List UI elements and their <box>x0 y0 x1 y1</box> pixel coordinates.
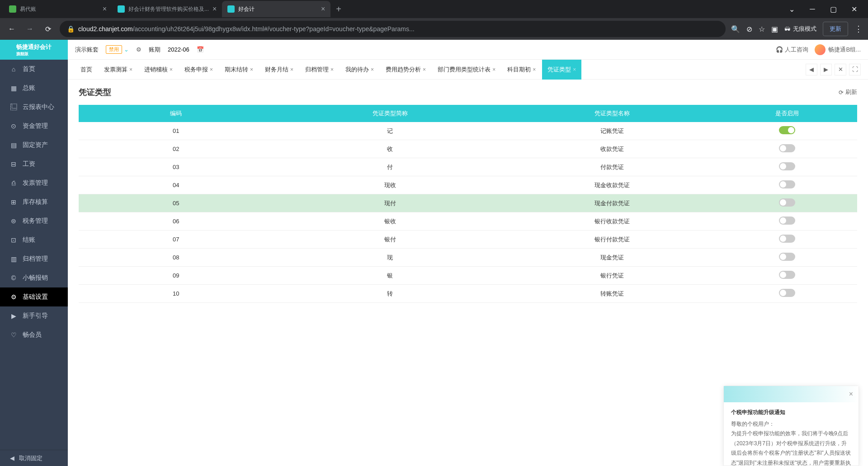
table-row[interactable]: 05现付现金付款凭证 <box>79 194 857 212</box>
content-tab[interactable]: 首页 <box>75 60 98 80</box>
refresh-button[interactable]: ⟳ 刷新 <box>839 88 857 96</box>
extensions-icon[interactable]: ▣ <box>771 25 778 33</box>
close-icon[interactable]: × <box>492 66 495 73</box>
tab-next-button[interactable]: ▶ <box>820 64 832 75</box>
cell-name: 银行凭证 <box>507 267 717 285</box>
close-icon[interactable]: × <box>849 390 853 398</box>
close-icon[interactable]: × <box>573 66 576 73</box>
incognito-badge: 🕶 无痕模式 <box>784 25 816 33</box>
tab-favicon <box>9 5 16 13</box>
close-icon[interactable]: × <box>330 66 334 73</box>
content-tab[interactable]: 税务申报× <box>179 60 218 80</box>
enable-toggle[interactable] <box>779 271 795 279</box>
close-icon[interactable]: × <box>250 66 253 73</box>
reload-button[interactable]: ⟳ <box>42 23 54 35</box>
close-icon[interactable]: × <box>371 66 374 73</box>
close-icon[interactable]: × <box>129 66 132 73</box>
sidebar-item-stock[interactable]: ⊞库存核算 <box>0 193 68 212</box>
enable-toggle[interactable] <box>779 235 795 243</box>
cell-enabled <box>717 212 857 231</box>
notification-text: 为提升个税申报功能的效率，我们将于今晚9点后（2023年3月7日）对个税申报系统… <box>731 429 851 466</box>
table-row[interactable]: 07银付银行付款凭证 <box>79 231 857 249</box>
sidebar-item-report[interactable]: ©小畅报销 <box>0 268 68 287</box>
table-row[interactable]: 03付付款凭证 <box>79 158 857 176</box>
content-tab[interactable]: 发票测算× <box>99 60 138 80</box>
sidebar-item-settings[interactable]: ⚙基础设置 <box>0 287 68 306</box>
sidebar-item-guide[interactable]: ▶新手引导 <box>0 306 68 325</box>
close-icon[interactable]: × <box>170 66 173 73</box>
enable-toggle[interactable] <box>779 253 795 261</box>
table-row[interactable]: 10转转账凭证 <box>79 285 857 303</box>
enable-toggle[interactable] <box>779 126 795 134</box>
address-bar[interactable]: 🔒 cloud2.chanjet.com/accounting/uh26t264… <box>60 21 726 37</box>
close-icon[interactable]: × <box>290 66 293 73</box>
sidebar-item-chart[interactable]: ⿺云报表中心 <box>0 98 68 117</box>
sidebar-item-money[interactable]: ⊙资金管理 <box>0 117 68 136</box>
notification-popup: × 个税申报功能升级通知 尊敬的个税用户： 为提升个税申报功能的效率，我们将于今… <box>723 386 859 466</box>
table-row[interactable]: 02收收款凭证 <box>79 140 857 158</box>
close-icon[interactable]: × <box>423 66 426 73</box>
sidebar-item-asset[interactable]: ▤固定资产 <box>0 136 68 155</box>
content-tab[interactable]: 凭证类型× <box>542 60 581 80</box>
sidebar-footer-unpin[interactable]: ◀ 取消固定 <box>0 450 68 466</box>
tab-close-all-button[interactable]: ✕ <box>835 64 846 75</box>
table-row[interactable]: 01记记账凭证 <box>79 122 857 140</box>
calendar-icon[interactable]: 📅 <box>197 46 204 53</box>
sidebar-item-vip[interactable]: ♡畅会员 <box>0 325 68 344</box>
table-row[interactable]: 04现收现金收款凭证 <box>79 176 857 194</box>
chevron-down-icon[interactable]: ⌄ <box>124 46 129 53</box>
content-tab[interactable]: 部门费用类型统计表× <box>432 60 501 80</box>
zoom-icon[interactable]: 🔍 <box>731 25 740 33</box>
gear-icon[interactable]: ⚙ <box>136 46 142 53</box>
close-icon[interactable]: × <box>103 5 107 13</box>
enable-toggle[interactable] <box>779 289 795 297</box>
user-info[interactable]: 畅捷通B组... <box>815 44 861 55</box>
menu-button[interactable]: ⋮ <box>854 24 863 34</box>
minimize-button[interactable]: ─ <box>802 0 823 18</box>
enable-toggle[interactable] <box>779 162 795 170</box>
content-tab[interactable]: 费用趋势分析× <box>380 60 431 80</box>
content-tab[interactable]: 进销稽核× <box>139 60 178 80</box>
enable-toggle[interactable] <box>779 144 795 152</box>
close-window-button[interactable]: ✕ <box>844 0 864 18</box>
sidebar-item-close-acc[interactable]: ⊡结账 <box>0 231 68 249</box>
forward-button[interactable]: → <box>24 23 36 35</box>
close-icon[interactable]: × <box>210 66 213 73</box>
new-tab-button[interactable]: + <box>330 4 347 14</box>
update-button[interactable]: 更新 <box>823 22 848 36</box>
table-row[interactable]: 08现现金凭证 <box>79 249 857 267</box>
fullscreen-button[interactable]: ⛶ <box>849 64 861 75</box>
maximize-button[interactable]: ▢ <box>823 0 844 18</box>
chevron-down-icon[interactable]: ⌄ <box>781 0 802 18</box>
bookmark-icon[interactable]: ☆ <box>759 25 765 33</box>
content-tab[interactable]: 我的待办× <box>340 60 379 80</box>
sidebar-item-label: 新手引导 <box>23 312 48 320</box>
browser-tab-1[interactable]: 好会计财务管理软件购买价格及... × <box>112 1 222 17</box>
enable-toggle[interactable] <box>779 180 795 188</box>
content-tab[interactable]: 归档管理× <box>300 60 339 80</box>
tab-prev-button[interactable]: ◀ <box>806 64 817 75</box>
enable-toggle[interactable] <box>779 198 795 207</box>
content-tab[interactable]: 科目期初× <box>502 60 541 80</box>
table-row[interactable]: 09银银行凭证 <box>79 267 857 285</box>
table-row[interactable]: 06银收银行收款凭证 <box>79 212 857 231</box>
enable-toggle[interactable] <box>779 217 795 225</box>
content-tab[interactable]: 财务月结× <box>259 60 299 80</box>
sidebar-item-salary[interactable]: ⊟工资 <box>0 155 68 174</box>
close-icon[interactable]: × <box>212 5 217 13</box>
sidebar-item-home[interactable]: ⌂首页 <box>0 60 68 79</box>
content-tab[interactable]: 期末结转× <box>219 60 259 80</box>
back-button[interactable]: ← <box>5 23 18 35</box>
extension-icon[interactable]: ⊘ <box>746 25 752 33</box>
browser-tab-2[interactable]: 好会计 × <box>222 1 330 17</box>
browser-tab-0[interactable]: 易代账 × <box>4 1 112 17</box>
sidebar-item-invoice[interactable]: ⎙发票管理 <box>0 174 68 193</box>
sidebar-item-archive[interactable]: ▥归档管理 <box>0 249 68 268</box>
sidebar-item-tax[interactable]: ⊜税务管理 <box>0 212 68 231</box>
headset-icon: 🎧 <box>776 46 783 53</box>
consult-link[interactable]: 🎧 人工咨询 <box>776 46 808 54</box>
close-icon[interactable]: × <box>533 66 536 73</box>
tab-label: 费用趋势分析 <box>386 66 421 74</box>
sidebar-item-ledger[interactable]: ▦总账 <box>0 79 68 98</box>
close-icon[interactable]: × <box>321 5 325 13</box>
